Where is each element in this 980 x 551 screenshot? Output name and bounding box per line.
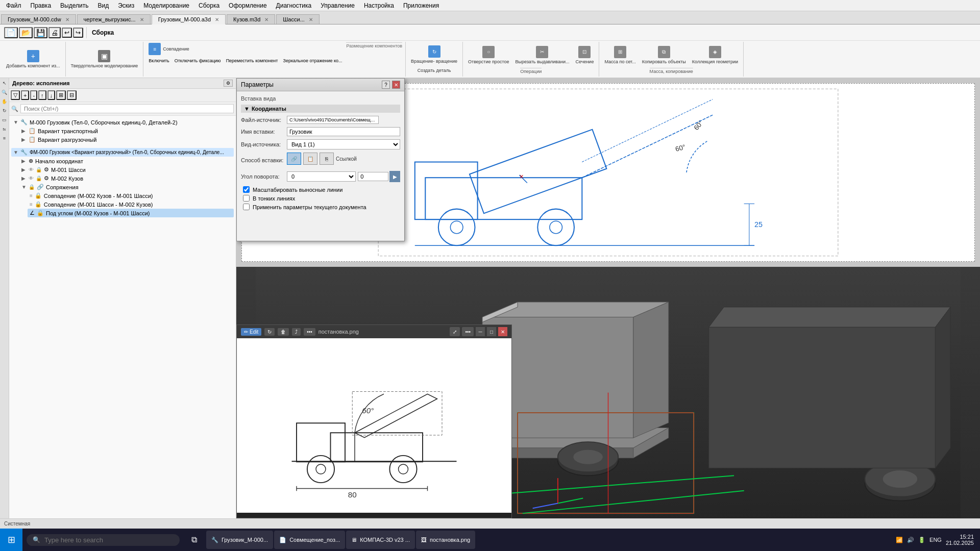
- quick-open[interactable]: 📂: [19, 27, 33, 38]
- tree-item-9[interactable]: ≡ 🔒 Совпадение (М-001 Шасси - М-002 Кузо…: [28, 200, 234, 209]
- tree-item-5[interactable]: ▶ 👁 🔒 ⚙ М-001 Шасси: [19, 165, 234, 174]
- viewer-share-btn[interactable]: ⤴: [292, 328, 301, 336]
- angle-select[interactable]: 0 90 180: [287, 171, 356, 182]
- tree-item-2[interactable]: ▶ 📋 Вариант разгрузочный: [19, 135, 234, 144]
- checkbox-current-params[interactable]: [243, 204, 250, 210]
- viewer-more2-btn[interactable]: •••: [462, 327, 474, 336]
- tree-item-0[interactable]: ▼ 🔧 М-000 Грузовик (Тел-0, Сборочных еди…: [11, 118, 234, 127]
- vert-btn-cursor[interactable]: ↖: [1, 79, 9, 87]
- taskbar-item-3[interactable]: 🖼 постановка.png: [416, 531, 475, 549]
- tab-3-close[interactable]: ✕: [264, 17, 268, 22]
- btn-disable[interactable]: Отключить фиксацию: [173, 57, 223, 64]
- btn-create-part[interactable]: Создать деталь: [415, 67, 453, 74]
- name-input[interactable]: [287, 127, 400, 136]
- vert-btn-layers[interactable]: ≡: [1, 134, 9, 142]
- dialog-help-btn[interactable]: ?: [382, 81, 390, 89]
- menu-sketch[interactable]: Эскиз: [114, 1, 138, 10]
- tree-item-4[interactable]: ▶ ⊕ Начало координат: [19, 157, 234, 165]
- vert-btn-pan[interactable]: ✋: [1, 97, 9, 106]
- taskbar-item-2[interactable]: 🖥 КОМПАС-3D v23 ...: [346, 531, 415, 549]
- tree-item-6[interactable]: ▶ 👁 🔒 ⚙ М-002 Кузов: [19, 174, 234, 183]
- tree-item-1[interactable]: ▶ 📋 Вариант транспортный: [19, 127, 234, 135]
- tree-btn-add[interactable]: +: [21, 90, 29, 100]
- btn-coincide[interactable]: ≡ Совпадение: [146, 42, 191, 56]
- menu-control[interactable]: Управление: [316, 1, 359, 10]
- method-link-btn[interactable]: 🔗: [287, 153, 301, 165]
- vert-btn-rotate[interactable]: ↻: [1, 107, 9, 115]
- menu-settings[interactable]: Настройка: [360, 1, 398, 10]
- tree-item-7[interactable]: ▼ 🔒 🔗 Сопряжения: [19, 183, 234, 191]
- quick-save[interactable]: 💾: [34, 27, 47, 38]
- vert-btn-select[interactable]: ▭: [1, 116, 9, 124]
- tab-3[interactable]: Кузов.m3d ✕: [227, 14, 275, 24]
- panel-settings-btn[interactable]: ⚙: [224, 80, 233, 87]
- menu-edit[interactable]: Правка: [27, 1, 56, 10]
- tree-item-10[interactable]: ∠ 🔒 Под углом (М-002 Кузов - М-001 Шасси…: [28, 209, 234, 217]
- btn-cut[interactable]: ✂ Вырезать выдавливани...: [513, 45, 571, 65]
- tray-lang[interactable]: ENG: [929, 537, 942, 543]
- quick-redo[interactable]: ↪: [73, 28, 83, 38]
- checkbox-scale-leaders[interactable]: [243, 186, 250, 193]
- taskbar-clock[interactable]: 15:21 21.02.2025: [946, 534, 974, 546]
- task-view-btn[interactable]: ⧉: [184, 529, 204, 551]
- btn-mass[interactable]: ⊞ Масса по сет...: [602, 45, 638, 65]
- tray-network-icon[interactable]: 📶: [896, 537, 903, 543]
- viewer-close-btn[interactable]: ✕: [498, 327, 507, 336]
- viewer-minimize-btn[interactable]: ─: [476, 327, 485, 336]
- image-viewer[interactable]: ✏ Edit ↻ 🗑 ⤴ ••• постановка.png ⤢ ••• ─ …: [236, 324, 512, 518]
- vert-btn-fx[interactable]: fx: [1, 125, 9, 133]
- source-view-select[interactable]: Вид 1 (1): [287, 139, 400, 149]
- tree-btn-up[interactable]: ↑: [38, 90, 46, 100]
- tab-1[interactable]: чертеж_выгрузкис... ✕: [77, 14, 151, 24]
- btn-collection[interactable]: ◈ Коллекция геометрии: [690, 45, 740, 65]
- tree-item-3[interactable]: ▼ 🔧 ФМ-000 Грузовик <Вариант разгрузочны…: [11, 148, 234, 157]
- taskbar-search-input[interactable]: [44, 536, 157, 544]
- taskbar-item-1[interactable]: 📄 Совмещение_поз...: [274, 531, 345, 549]
- tab-1-close[interactable]: ✕: [140, 17, 144, 22]
- viewer-edit-btn[interactable]: ✏ Edit: [241, 328, 261, 336]
- viewer-expand-btn[interactable]: ⤢: [450, 327, 460, 336]
- menu-diagnostics[interactable]: Диагностика: [272, 1, 316, 10]
- btn-solid-modeling[interactable]: ▣ Твердотельное моделирование: [69, 49, 140, 69]
- parameters-dialog[interactable]: Параметры ? ✕ Вставка вида ▼ Координаты: [236, 78, 405, 241]
- taskbar-item-0[interactable]: 🔧 Грузовик_М-000...: [206, 531, 273, 549]
- tab-0[interactable]: Грузовик_М-000.cdw ✕: [1, 14, 76, 24]
- menu-view[interactable]: Вид: [93, 1, 113, 10]
- tray-volume-icon[interactable]: 🔊: [907, 537, 914, 543]
- tab-4-close[interactable]: ✕: [309, 17, 313, 22]
- viewer-refresh-btn[interactable]: ↻: [264, 328, 275, 336]
- tree-btn-expand[interactable]: ⊞: [56, 90, 66, 100]
- btn-enable[interactable]: Включить: [146, 57, 171, 64]
- btn-mirror[interactable]: Зеркальное отражение ко...: [281, 57, 344, 64]
- angle-input[interactable]: [358, 172, 388, 181]
- checkbox-thin-lines[interactable]: [243, 195, 250, 202]
- vert-btn-zoom[interactable]: 🔍: [1, 88, 9, 96]
- angle-apply-btn[interactable]: ▶: [389, 171, 400, 182]
- tree-btn-collapse[interactable]: ⊟: [67, 90, 77, 100]
- menu-modeling[interactable]: Моделирование: [139, 1, 193, 10]
- tree-btn-filter[interactable]: ▽: [11, 90, 20, 100]
- btn-section[interactable]: ⊡ Сечение: [574, 45, 596, 65]
- viewer-maximize-btn[interactable]: □: [487, 327, 496, 336]
- menu-select[interactable]: Выделить: [56, 1, 92, 10]
- menu-assembly[interactable]: Сборка: [194, 1, 224, 10]
- btn-rotation[interactable]: ↻ Вращение- вращение: [409, 44, 459, 65]
- menu-file[interactable]: Файл: [2, 1, 26, 10]
- menu-apps[interactable]: Приложения: [399, 1, 443, 10]
- tab-4[interactable]: Шасси... ✕: [276, 14, 320, 24]
- tree-btn-remove[interactable]: -: [30, 90, 37, 100]
- dialog-section-coords[interactable]: ▼ Координаты: [241, 105, 400, 113]
- menu-format[interactable]: Оформление: [225, 1, 271, 10]
- btn-add-component[interactable]: + Добавить компонент из...: [4, 49, 62, 69]
- viewer-delete-btn[interactable]: 🗑: [278, 328, 289, 336]
- tray-battery-icon[interactable]: 🔋: [918, 537, 925, 543]
- tree-btn-down[interactable]: ↓: [47, 90, 56, 100]
- dialog-close-btn[interactable]: ✕: [392, 81, 400, 89]
- tab-2[interactable]: Грузовик_М-000.а3d ✕: [152, 14, 226, 24]
- btn-copy-obj[interactable]: ⧉ Копировать объекты: [640, 45, 688, 65]
- quick-undo[interactable]: ↩: [62, 28, 72, 38]
- btn-hole[interactable]: ○ Отверстие простое: [466, 45, 511, 65]
- quick-print[interactable]: 🖨: [48, 27, 61, 38]
- btn-move[interactable]: Переместить компонент: [224, 57, 280, 64]
- tab-2-close[interactable]: ✕: [215, 17, 219, 22]
